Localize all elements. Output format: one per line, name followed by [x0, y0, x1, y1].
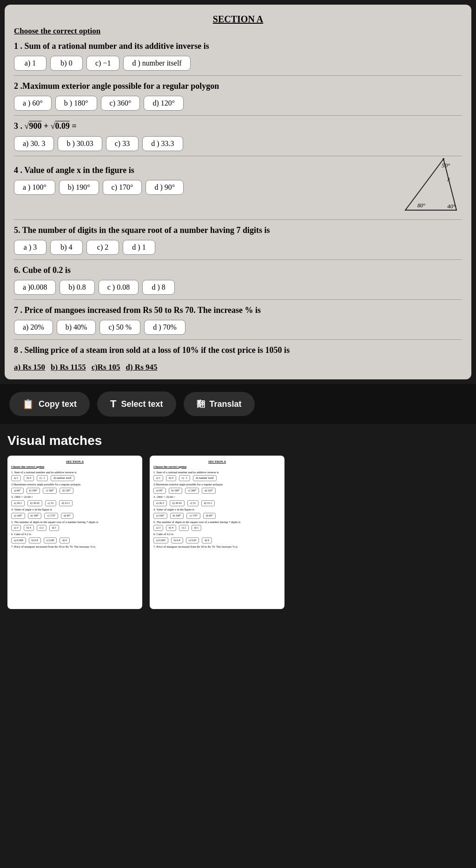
- q8-option-b[interactable]: b) Rs 1155: [51, 363, 86, 372]
- mc1-q3-c: c) 33: [45, 500, 56, 506]
- mc2-q6-opts: a) 0.005 b) 0.8 c) 0.05 d) 8: [153, 537, 281, 543]
- mc1-q2-a: a) 60°: [11, 488, 24, 494]
- q7-option-d[interactable]: d ) 70%: [144, 320, 185, 335]
- translate-label: Translat: [210, 399, 242, 409]
- mc2-q2-opts: a) 60° b) 180° c) 360° d) 120°: [153, 488, 281, 494]
- mc2-q5-d: d) 1: [192, 525, 202, 531]
- mc1-choose: Choose the correct option: [11, 464, 139, 469]
- mc1-q4-d: d) 90°: [61, 513, 73, 519]
- mc1-q3-a: a) 30.3: [11, 500, 25, 506]
- q6-option-a[interactable]: a )0.008: [14, 280, 56, 295]
- mc2-q2-c: c) 360°: [185, 488, 199, 494]
- mc2-q2: 2.Maximum exterior angle possible for a …: [153, 482, 281, 487]
- visual-matches-section: Visual matches SECTION A Choose the corr…: [0, 424, 476, 618]
- q8-text: 8 . Selling price of a steam iron sold a…: [14, 345, 290, 355]
- mc2-q2-d: d) 120°: [202, 488, 216, 494]
- translate-icon: 翻: [197, 398, 205, 410]
- question-1: 1 . Sum of a rational number and its add…: [14, 40, 462, 52]
- mc1-q5-opts: a) 3 b) 4 c) 2 d) 1: [11, 525, 139, 531]
- mc1-q1-c: c) −1: [37, 475, 48, 481]
- q8-option-a[interactable]: a) Rs 150: [14, 363, 45, 372]
- q4-option-c[interactable]: c) 170°: [103, 180, 142, 195]
- mc1-q1-d: d) number itself: [51, 475, 74, 481]
- q3-option-c[interactable]: c) 33: [106, 136, 139, 151]
- mc2-q4-opts: a) 100° b) 190° c) 170° d) 90°: [153, 513, 281, 519]
- q3-option-d[interactable]: d ) 33.3: [142, 136, 183, 151]
- mc2-q1-d: d) number itself: [193, 475, 216, 481]
- q4-option-d[interactable]: d ) 90°: [145, 180, 184, 195]
- mc1-q1-b: b) 0: [24, 475, 34, 481]
- divider-4: [14, 219, 462, 220]
- divider-5: [14, 259, 462, 260]
- mc1-q5-d: d) 1: [49, 525, 60, 531]
- q1-text: 1 . Sum of a rational number and its add…: [14, 41, 209, 51]
- mc2-q3-opts: a) 30.3 b) 30.03 c) 33 d) 33.3: [153, 500, 281, 506]
- select-text-button[interactable]: T Select text: [97, 391, 176, 417]
- q7-option-b[interactable]: b) 40%: [57, 320, 96, 335]
- mc1-q2-opts: a) 60° b) 180° c) 360° d) 120°: [11, 488, 139, 494]
- mc1-q2: 2.Maximum exterior angle possible for a …: [11, 482, 139, 487]
- match-card-2[interactable]: SECTION A Choose the correct option 1. S…: [150, 456, 284, 609]
- q3-options: a) 30. 3 b ) 30.03 c) 33 d ) 33.3: [14, 136, 462, 151]
- mc2-q3-d: d) 33.3: [201, 500, 215, 506]
- mc2-q4-d: d) 90°: [203, 513, 216, 519]
- q6-option-b[interactable]: b) 0.8: [60, 280, 94, 295]
- q7-text: 7 . Price of mangoes increased from Rs 5…: [14, 305, 261, 315]
- divider-7: [14, 339, 462, 340]
- q1-option-a[interactable]: a) 1: [14, 56, 46, 71]
- q2-option-d[interactable]: d) 120°: [144, 96, 184, 111]
- svg-text:50°: 50°: [442, 162, 450, 169]
- question-4-wrapper: 4 . Value of angle x in the figure is a …: [14, 160, 462, 216]
- mc2-q5: 5. The number of digits in the square ro…: [153, 520, 281, 524]
- mc1-q5-b: b) 4: [24, 525, 34, 531]
- mc2-q3-a: a) 30.3: [153, 500, 167, 506]
- divider-1: [14, 75, 462, 76]
- q6-option-c[interactable]: c ) 0.08: [99, 280, 139, 295]
- q2-text: 2 .Maximum exterior angle possible for a…: [14, 81, 219, 91]
- q3-option-b[interactable]: b ) 30.03: [58, 136, 102, 151]
- q8-option-d[interactable]: d) Rs 945: [126, 363, 158, 372]
- mc2-choose: Choose the correct option: [153, 464, 281, 469]
- q4-option-a[interactable]: a ) 100°: [14, 180, 55, 195]
- mc1-q4: 4. Value of angle x in the figure is: [11, 507, 139, 512]
- mc2-q2-b: b) 180°: [169, 488, 183, 494]
- q7-option-a[interactable]: a) 20%: [14, 320, 53, 335]
- mc1-q3-b: b) 30.03: [27, 500, 42, 506]
- divider-2: [14, 115, 462, 116]
- q5-option-d[interactable]: d ) 1: [123, 240, 155, 255]
- match-card-1[interactable]: SECTION A Choose the correct option 1. S…: [7, 456, 142, 609]
- mc2-q1-c: c) −1: [179, 475, 191, 481]
- q1-option-d[interactable]: d ) number itself: [123, 56, 190, 71]
- q1-option-b[interactable]: b) 0: [50, 56, 83, 71]
- q7-option-c[interactable]: c) 50 %: [99, 320, 140, 335]
- q5-option-a[interactable]: a ) 3: [14, 240, 46, 255]
- q1-option-c[interactable]: c) −1: [86, 56, 119, 71]
- mc2-q1-a: a) 1: [153, 475, 163, 481]
- copy-text-button[interactable]: 📋 Copy text: [9, 392, 90, 416]
- mc1-q3-d: d) 33.3: [59, 500, 73, 506]
- q6-option-d[interactable]: d ) 8: [142, 280, 175, 295]
- mc1-q2-c: c) 360°: [43, 488, 57, 494]
- q8-option-c[interactable]: c)Rs 105: [92, 363, 120, 372]
- q5-text: 5. The number of digits in the square ro…: [14, 225, 270, 235]
- svg-text:40°: 40°: [447, 203, 456, 210]
- mc2-q6-c: c) 0.05: [186, 537, 199, 543]
- mc1-q6-d: d) 8: [60, 537, 70, 543]
- mc2-q4-b: b) 190°: [170, 513, 184, 519]
- question-7: 7 . Price of mangoes increased from Rs 5…: [14, 305, 462, 316]
- q2-option-c[interactable]: c) 360°: [101, 96, 140, 111]
- q5-option-c[interactable]: c) 2: [86, 240, 119, 255]
- mc2-q4-a: a) 100°: [153, 513, 167, 519]
- mc1-section-title: SECTION A: [11, 459, 139, 464]
- matches-grid: SECTION A Choose the correct option 1. S…: [7, 456, 469, 609]
- svg-text:80°: 80°: [417, 202, 425, 209]
- q2-option-a[interactable]: a ) 60°: [14, 96, 52, 111]
- q2-option-b[interactable]: b ) 180°: [55, 96, 97, 111]
- mc1-q4-a: a) 100°: [11, 513, 25, 519]
- translate-button[interactable]: 翻 Translat: [184, 392, 255, 416]
- q4-option-b[interactable]: b) 190°: [59, 180, 99, 195]
- mc1-q6: 6. Cube of 0.2 is: [11, 532, 139, 537]
- q5-option-b[interactable]: b) 4: [50, 240, 83, 255]
- mc2-q5-a: a) 3: [153, 525, 163, 531]
- q3-option-a[interactable]: a) 30. 3: [14, 136, 54, 151]
